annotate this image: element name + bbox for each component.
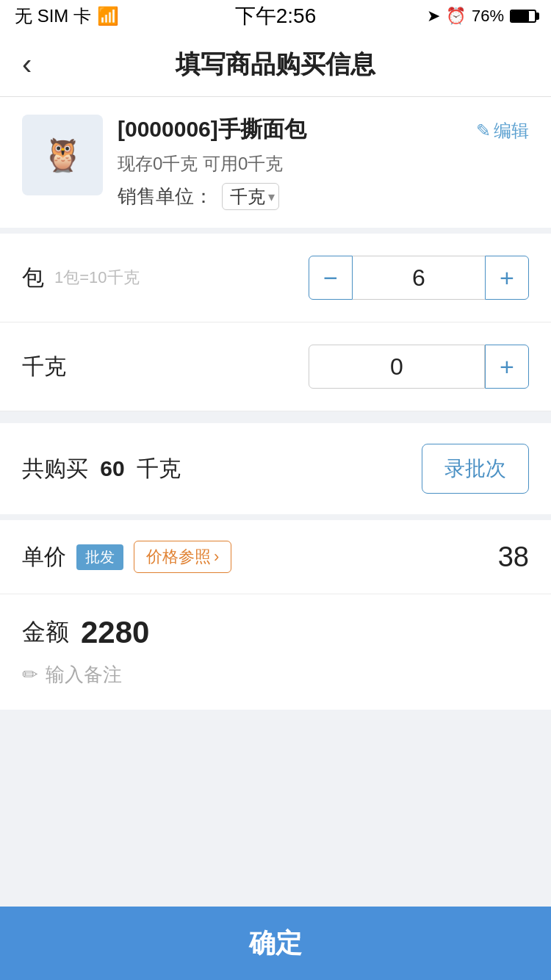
back-button[interactable]: ‹ <box>22 48 32 81</box>
kg-quantity-input[interactable] <box>309 345 485 389</box>
note-row[interactable]: ✏ 输入备注 <box>22 662 529 688</box>
product-card: 🦉 [0000006]手撕面包 现存0千克 可用0千克 销售单位： 千克 ✎ 编… <box>0 97 551 234</box>
edit-icon: ✎ <box>476 120 491 141</box>
package-quantity-control: − + <box>309 256 529 300</box>
note-icon: ✏ <box>22 663 38 686</box>
summary-unit: 千克 <box>137 456 181 480</box>
alarm-icon: ⏰ <box>446 7 466 26</box>
amount-value: 2280 <box>81 615 149 650</box>
product-stock: 现存0千克 可用0千克 <box>118 152 529 176</box>
battery-icon <box>510 10 536 23</box>
batch-badge: 批发 <box>76 544 123 570</box>
package-hint: 1包=10千克 <box>54 267 140 289</box>
record-batch-button[interactable]: 录批次 <box>422 444 529 494</box>
battery-text: 76% <box>472 7 504 26</box>
price-ref-arrow-icon: › <box>214 547 219 566</box>
kg-label-group: 千克 <box>22 352 66 382</box>
status-bar: 无 SIM 卡 📶 下午2:56 ➤ ⏰ 76% <box>0 0 551 32</box>
price-value: 38 <box>498 541 529 573</box>
confirm-button[interactable]: 确定 <box>0 907 551 980</box>
summary-amount: 60 <box>100 456 124 480</box>
product-unit-row: 销售单位： 千克 <box>118 183 529 210</box>
kg-quantity-control: + <box>309 345 529 389</box>
price-label-group: 单价 批发 价格参照 › <box>22 541 231 573</box>
unit-price-label: 单价 <box>22 542 66 572</box>
status-time: 下午2:56 <box>235 2 317 30</box>
amount-section: 金额 2280 ✏ 输入备注 <box>0 594 551 710</box>
package-quantity-input[interactable] <box>353 256 485 300</box>
edit-button[interactable]: ✎ 编辑 <box>476 119 529 143</box>
status-right: ➤ ⏰ 76% <box>427 7 536 26</box>
package-increase-button[interactable]: + <box>485 256 529 300</box>
summary-text: 共购买 60 千克 <box>22 454 181 484</box>
carrier-text: 无 SIM 卡 <box>15 4 91 28</box>
package-quantity-row: 包 1包=10千克 − + <box>0 234 551 323</box>
nav-bar: ‹ 填写商品购买信息 <box>0 32 551 97</box>
summary-label: 共购买 <box>22 456 88 480</box>
price-section: 单价 批发 价格参照 › 38 <box>0 520 551 594</box>
note-placeholder[interactable]: 输入备注 <box>46 662 122 688</box>
unit-select[interactable]: 千克 <box>222 183 279 210</box>
package-label-group: 包 1包=10千克 <box>22 263 140 293</box>
product-logo-icon: 🦉 <box>43 136 83 174</box>
amount-label: 金额 <box>22 616 69 649</box>
unit-selector-wrapper[interactable]: 千克 <box>222 183 279 210</box>
location-icon: ➤ <box>427 7 440 26</box>
package-decrease-button[interactable]: − <box>309 256 353 300</box>
edit-label: 编辑 <box>494 119 529 143</box>
package-label: 包 <box>22 263 44 293</box>
product-name: [0000006]手撕面包 <box>118 115 529 145</box>
price-ref-label: 价格参照 <box>146 546 211 568</box>
unit-label: 销售单位： <box>118 184 213 209</box>
kg-label: 千克 <box>22 352 66 382</box>
amount-row: 金额 2280 <box>22 615 529 650</box>
status-left: 无 SIM 卡 📶 <box>15 4 119 28</box>
product-info: [0000006]手撕面包 现存0千克 可用0千克 销售单位： 千克 <box>118 115 529 210</box>
wifi-icon: 📶 <box>97 6 119 26</box>
product-thumbnail: 🦉 <box>22 115 103 195</box>
price-ref-button[interactable]: 价格参照 › <box>134 541 231 573</box>
form-section: 包 1包=10千克 − + 千克 + <box>0 234 551 417</box>
page-title: 填写商品购买信息 <box>176 48 375 82</box>
kg-increase-button[interactable]: + <box>485 345 529 389</box>
summary-row: 共购买 60 千克 录批次 <box>0 417 551 514</box>
kg-quantity-row: 千克 + <box>0 323 551 411</box>
spacer <box>0 710 551 930</box>
main-content: 🦉 [0000006]手撕面包 现存0千克 可用0千克 销售单位： 千克 ✎ 编… <box>0 97 551 980</box>
